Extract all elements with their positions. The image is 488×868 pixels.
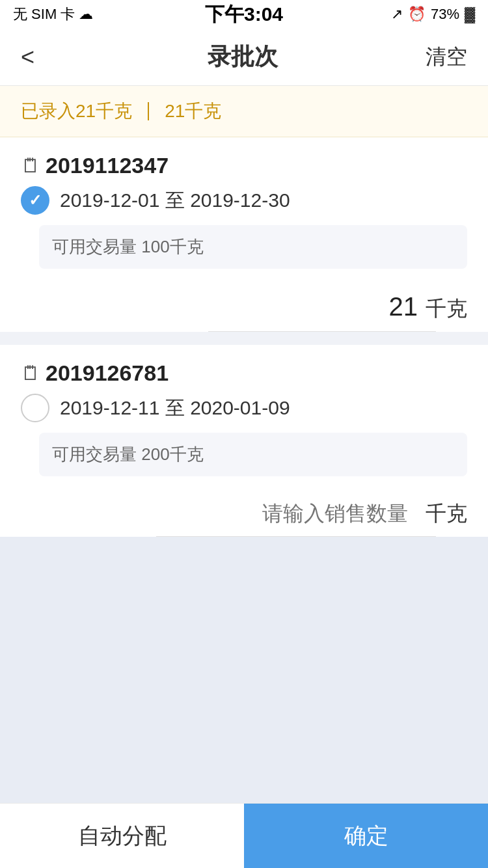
batch-2-number: 2019126781: [46, 360, 169, 386]
confirm-button[interactable]: 确定: [244, 804, 488, 868]
status-right: ↗ ⏰ 73% ▓: [391, 6, 475, 23]
entered-value: 21千克: [165, 99, 221, 124]
batch-1-header: 🗒 2019112347: [21, 153, 467, 178]
batch-1-card: 🗒 2019112347 2019-12-01 至 2019-12-30 可用交…: [0, 137, 488, 332]
status-time: 下午3:04: [205, 1, 283, 28]
nav-bar: < 录批次 清空: [0, 29, 488, 86]
batch-2-available: 可用交易量 200千克: [39, 433, 467, 476]
page-title: 录批次: [208, 41, 278, 73]
location-icon: ↗: [391, 6, 403, 23]
back-button[interactable]: <: [21, 44, 60, 71]
batch-1-number: 2019112347: [46, 153, 169, 178]
batch-2-icon: 🗒: [21, 362, 40, 385]
status-left: 无 SIM 卡 ☁: [13, 5, 93, 24]
section-gap-1: [0, 332, 488, 345]
sim-label: 无 SIM 卡 ☁: [13, 5, 93, 24]
batch-1-radio[interactable]: [21, 186, 49, 215]
batch-1-date-range: 2019-12-01 至 2019-12-30: [60, 187, 290, 214]
batch-2-input-row: 千克: [0, 489, 488, 528]
batch-1-qty-unit: 千克: [426, 295, 467, 323]
bottom-bar: 自动分配 确定: [0, 803, 488, 868]
batch-2-row: 2019-12-11 至 2020-01-09: [21, 394, 467, 422]
batch-2-qty-unit: 千克: [426, 500, 467, 528]
batch-1-row: 2019-12-01 至 2019-12-30: [21, 186, 467, 215]
alarm-icon: ⏰: [408, 6, 426, 23]
batch-1-available: 可用交易量 100千克: [39, 225, 467, 269]
batch-1-qty-value: 21: [389, 292, 418, 321]
batch-2-qty-input[interactable]: [223, 502, 418, 526]
auto-distribute-button[interactable]: 自动分配: [0, 804, 244, 868]
info-banner: 已录入21千克 21千克: [0, 86, 488, 137]
batch-2-card: 🗒 2019126781 2019-12-11 至 2020-01-09 可用交…: [0, 345, 488, 537]
batch-2-radio[interactable]: [21, 394, 49, 422]
clear-button[interactable]: 清空: [426, 43, 467, 72]
entered-label: 已录入21千克: [21, 99, 132, 124]
banner-divider: [148, 102, 149, 120]
batch-2-date-range: 2019-12-11 至 2020-01-09: [60, 395, 290, 422]
status-bar: 无 SIM 卡 ☁ 下午3:04 ↗ ⏰ 73% ▓: [0, 0, 488, 29]
batch-1-qty-row: 21 千克: [0, 282, 488, 323]
batch-1-icon: 🗒: [21, 155, 40, 177]
large-gap: [0, 537, 488, 849]
battery-icon: ▓: [465, 6, 475, 23]
battery-label: 73%: [431, 6, 459, 23]
batch-2-header: 🗒 2019126781: [21, 360, 467, 386]
